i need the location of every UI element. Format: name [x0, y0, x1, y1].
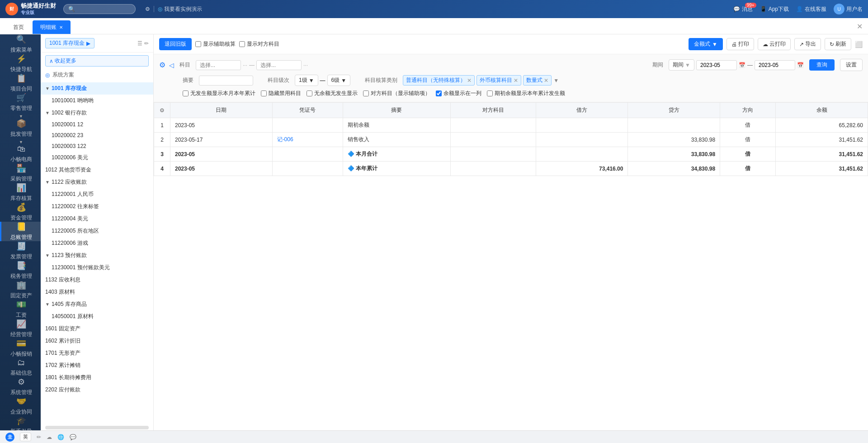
period-end-input[interactable] [755, 60, 795, 70]
sidebar-item-retail[interactable]: 🛒 零售管理 ▼ [0, 93, 41, 119]
show-aux-checkbox[interactable]: 显示辅助核算 [195, 40, 236, 48]
edit-icon[interactable]: ✏ [144, 40, 149, 47]
filter-collapse-icon[interactable]: ◁ [169, 62, 174, 69]
tree-item-11230001[interactable]: 11230001 预付账款美元 [41, 262, 153, 274]
filter-tag-0-close[interactable]: ✕ [467, 77, 472, 84]
sidebar-item-expense[interactable]: 💳 小畅报销 [0, 338, 41, 358]
sidebar-item-salary[interactable]: 💵 工资 [0, 300, 41, 319]
checkbox-3[interactable]: 对方科目（显示辅助项） [363, 90, 430, 97]
checkbox-0[interactable]: 无发生额显示本月本年累计 [183, 90, 255, 97]
refresh-button[interactable]: ↻ 刷新 [825, 38, 851, 50]
status-icon-3[interactable]: 🌐 [57, 434, 64, 440]
tree-item-1702[interactable]: 1702 累计摊销 [41, 359, 153, 372]
checkbox-4[interactable]: 余额显示在一列 [436, 90, 481, 97]
tree-item-1601[interactable]: 1601 固定资产 [41, 323, 153, 335]
panel-expand-icon[interactable]: ⬜ [855, 41, 863, 48]
row-2-voucher[interactable]: 记-006 [272, 133, 343, 147]
export-button[interactable]: ↗ 导出 [794, 38, 821, 50]
tree-item-1132[interactable]: 1132 应收利息 [41, 274, 153, 286]
sidebar-item-basic-info[interactable]: 🗂 基础信息 [0, 358, 41, 377]
status-icon-2[interactable]: ☁ [47, 434, 52, 440]
level-end-button[interactable]: 6级 ▼ [327, 75, 351, 86]
checkbox-1[interactable]: 隐藏禁用科目 [261, 90, 301, 97]
sidebar-item-tax[interactable]: 📑 税务管理 [0, 261, 41, 280]
period-end-calendar-icon[interactable]: 📅 [797, 62, 804, 68]
tree-item-11220006[interactable]: 11220006 游戏 [41, 237, 153, 249]
top-search-box[interactable]: 🔍 [63, 4, 136, 14]
sidebar-item-management[interactable]: 📈 经营管理 [0, 319, 41, 338]
back-old-version-button[interactable]: 退回旧版 [159, 38, 192, 50]
tree-item-10020001[interactable]: 10020001 12 [41, 119, 153, 130]
tree-item-1405[interactable]: ▼ 1405 库存商品 [41, 298, 153, 310]
subject-end-input[interactable] [256, 60, 302, 70]
tree-item-11220004[interactable]: 11220004 美元 [41, 213, 153, 225]
tree-item-2202[interactable]: 2202 应付账款 [41, 384, 153, 396]
status-icon-4[interactable]: 💬 [70, 434, 76, 440]
sidebar-item-purchase[interactable]: 🏪 采购管理 [0, 163, 41, 183]
tree-item-14050001[interactable]: 14050001 原材料 [41, 310, 153, 323]
sidebar-item-quick-nav[interactable]: ⚡ 快捷导航 [0, 54, 41, 73]
online-service-button[interactable]: 👤 在线客服 [796, 5, 826, 13]
tree-item-1001[interactable]: ▼ 1001 库存现金 [41, 82, 153, 95]
expand-button[interactable]: ∧ 收起更多 [45, 55, 149, 67]
print-button[interactable]: 🖨 打印 [726, 38, 754, 50]
tab-close-all-icon[interactable]: ✕ [857, 22, 863, 30]
subject-input[interactable] [196, 60, 241, 70]
tree-item-1002[interactable]: ▼ 1002 银行存款 [41, 107, 153, 119]
tree-item-10020003[interactable]: 10020003 122 [41, 141, 153, 152]
tab-home[interactable]: 首页 [5, 20, 32, 34]
search-input[interactable] [77, 6, 131, 12]
tree-item-1602[interactable]: 1602 累计折旧 [41, 335, 153, 347]
tree-item-10020002[interactable]: 10020002 23 [41, 130, 153, 141]
period-calendar-icon[interactable]: 📅 [739, 62, 745, 68]
account-tag[interactable]: 1001 库存现金 ▶ [45, 38, 94, 48]
voucher-link[interactable]: 记-006 [277, 136, 293, 143]
help-button[interactable]: 圭 [5, 433, 14, 442]
tab-ledger[interactable]: 明细账 ✕ [33, 20, 71, 34]
list-view-icon[interactable]: ☰ [137, 40, 142, 47]
sidebar-item-project[interactable]: 📋 项目合同 [0, 73, 41, 93]
settings-icon[interactable]: ⚙ [143, 5, 152, 14]
checkbox-2[interactable]: 无余额无发生显示 [307, 90, 358, 97]
subject-more-icon[interactable]: ··· [243, 62, 247, 68]
message-button[interactable]: 💬 消息 99+ [733, 5, 753, 13]
checkbox-5[interactable]: 期初余额显示本年累计发生额 [487, 90, 565, 97]
tree-item-11220002[interactable]: 11220002 往来标签 [41, 200, 153, 213]
filter-tag-2-close[interactable]: ✕ [544, 77, 548, 84]
user-avatar[interactable]: U 用户名 [834, 4, 863, 14]
language-button[interactable]: 英 [20, 433, 31, 441]
subject-end-more-icon[interactable]: ··· [303, 62, 308, 68]
show-contra-checkbox[interactable]: 显示对方科目 [239, 40, 279, 48]
sidebar-item-system[interactable]: ⚙ 系统管理 [0, 377, 41, 396]
sidebar-item-search[interactable]: 🔍 搜索菜单 [0, 34, 41, 54]
tree-item-1123[interactable]: ▼ 1123 预付账款 [41, 249, 153, 262]
tree-item-1012[interactable]: 1012 其他货币资金 [41, 164, 153, 176]
table-header-settings[interactable]: ⚙ [154, 103, 170, 118]
filter-tag-1-close[interactable]: ✕ [514, 77, 518, 84]
sidebar-item-collab[interactable]: 🤝 企业协同 [0, 396, 41, 416]
period-type-button[interactable]: 期间 ▼ [669, 59, 694, 71]
tree-scrollbar[interactable] [45, 426, 149, 429]
subject-calc-dropdown-icon[interactable]: ▼ [553, 77, 559, 84]
summary-input[interactable] [199, 76, 253, 86]
sidebar-item-guide[interactable]: 🎓 新手引导 [0, 416, 41, 430]
sidebar-item-wholesale[interactable]: 📦 批发管理 ▼ [0, 119, 41, 144]
tree-item-1403[interactable]: 1403 原材料 [41, 286, 153, 298]
amount-format-button[interactable]: 金额式 ▼ [689, 38, 723, 50]
level-start-button[interactable]: 1级 ▼ [295, 75, 318, 86]
query-button[interactable]: 查询 [809, 59, 835, 71]
period-start-input[interactable] [696, 60, 737, 70]
filter-settings-icon[interactable]: ⚙ [159, 61, 165, 69]
app-download-button[interactable]: 📱 App下载 [760, 5, 789, 13]
table-settings-icon[interactable]: ⚙ [160, 107, 165, 114]
sidebar-item-finance[interactable]: 💰 资金管理 [0, 202, 41, 222]
tree-item-1701[interactable]: 1701 无形资产 [41, 347, 153, 359]
sidebar-item-inventory[interactable]: 📊 库存核算 [0, 183, 41, 202]
tree-item-1801[interactable]: 1801 长期待摊费用 [41, 372, 153, 384]
demo-link[interactable]: ◎ 我要看实例演示 [158, 5, 202, 13]
sidebar-item-ledger[interactable]: 📒 总账管理 [0, 222, 41, 241]
tree-item-10020006[interactable]: 10020006 美元 [41, 152, 153, 164]
sidebar-item-ecommerce[interactable]: 🛍 小畅电商 [0, 144, 41, 163]
sidebar-item-assets[interactable]: 🏢 固定资产 [0, 280, 41, 300]
tree-item-1122[interactable]: ▼ 1122 应收账款 [41, 176, 153, 188]
